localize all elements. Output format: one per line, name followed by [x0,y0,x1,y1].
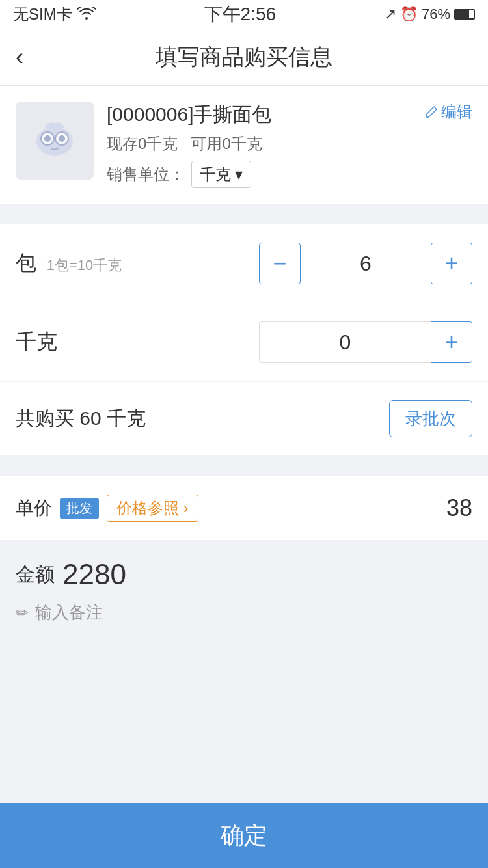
unit-select[interactable]: 千克 ▾ [191,161,251,188]
summary-section: 共购买 60 千克 录批次 [0,382,488,455]
package-label: 包 [16,251,36,275]
kg-label: 千克 [16,328,57,357]
price-label: 单价 [16,496,52,521]
product-card: [0000006]手撕面包 编辑 现存0千克 可用0千克 销售单位： 千克 ▾ [0,86,488,204]
package-quantity-input[interactable] [301,243,431,284]
amount-section: 金额 2280 ✏ 输入备注 [0,540,488,634]
confirm-button[interactable]: 确定 [0,803,488,868]
kg-input-controls: + [259,321,472,363]
product-image [16,102,94,180]
package-input-controls: − + [259,243,472,284]
status-time: 下午2:56 [204,2,277,27]
kg-input-row: 千克 + [16,321,472,363]
price-reference-button[interactable]: 价格参照 › [107,495,198,522]
batch-button[interactable]: 录批次 [389,400,472,437]
pencil-icon: ✏ [16,604,29,622]
battery-percent: 76% [422,6,450,23]
edit-button[interactable]: 编辑 [424,102,472,122]
svg-point-4 [59,135,65,142]
page-title: 填写商品购买信息 [156,42,332,72]
product-unit-row: 销售单位： 千克 ▾ [107,161,472,188]
status-bar: 无SIM卡 下午2:56 ↗ ⏰ 76% [0,0,488,29]
price-value: 38 [446,495,472,522]
kg-plus-button[interactable]: + [431,321,472,363]
package-plus-button[interactable]: + [431,243,472,284]
kg-quantity-input[interactable] [259,321,431,363]
status-left: 无SIM卡 [13,4,96,25]
amount-value: 2280 [62,558,126,591]
section-separator-1 [0,214,488,224]
product-logo-icon [29,114,81,167]
nav-bar: ‹ 填写商品购买信息 [0,29,488,86]
price-left: 单价 批发 价格参照 › [16,495,198,522]
back-button[interactable]: ‹ [16,44,23,71]
chevron-down-icon: ▾ [235,165,243,183]
package-input-row: 包 1包=10千克 − + [16,243,472,284]
alarm-icon: ⏰ [400,6,418,23]
price-type-tag: 批发 [60,498,99,519]
package-hint: 1包=10千克 [47,257,122,273]
wifi-icon [77,5,96,23]
amount-row: 金额 2280 [16,558,472,591]
product-stock: 现存0千克 可用0千克 [107,133,472,154]
remark-row[interactable]: ✏ 输入备注 [16,601,472,624]
product-info: [0000006]手撕面包 编辑 现存0千克 可用0千克 销售单位： 千克 ▾ [107,102,472,188]
package-input-section: 包 1包=10千克 − + [0,224,488,303]
package-minus-button[interactable]: − [259,243,301,284]
product-header: [0000006]手撕面包 编辑 [107,102,472,128]
price-section: 单价 批发 价格参照 › 38 [0,476,488,540]
svg-point-3 [44,135,51,142]
remark-placeholder[interactable]: 输入备注 [35,601,103,624]
summary-text: 共购买 60 千克 [16,405,146,432]
battery-icon [454,9,475,20]
product-name: [0000006]手撕面包 [107,102,271,128]
package-label-group: 包 1包=10千克 [16,249,122,278]
carrier-label: 无SIM卡 [13,4,72,25]
status-right: ↗ ⏰ 76% [385,6,475,23]
section-separator-2 [0,455,488,466]
kg-input-section: 千克 + [0,303,488,382]
location-icon: ↗ [385,6,396,23]
amount-label: 金额 [16,562,55,588]
